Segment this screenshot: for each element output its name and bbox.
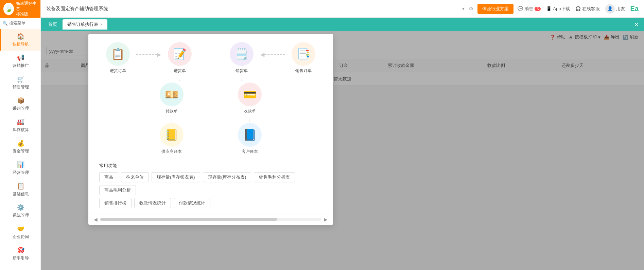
experience-btn[interactable]: 体验行业方案 [477, 4, 514, 14]
supplier-ledger-label: 供应商账本 [161, 149, 182, 155]
enterprise-icon: 🤝 [17, 225, 24, 233]
topbar-actions: 💬 消息 5 📱 App下载 🎧 在线客服 👤 用友 Ea [518, 4, 639, 14]
purchase-order-circle: 📋 [106, 42, 130, 66]
flow-node-customer-ledger[interactable]: 📘 客户账本 [233, 123, 266, 155]
arrow-down-receipt: ↓ [161, 76, 198, 83]
sidebar-item-basic[interactable]: 📋 基础信息 [0, 179, 40, 200]
common-functions-title: 常用功能 [99, 163, 322, 169]
sales-order-circle: 📑 [292, 42, 315, 66]
marketing-icon: 📢 [17, 54, 24, 61]
tab-bar-close-btn[interactable]: ✕ [631, 20, 641, 29]
search-menu[interactable]: 🔍 搜索菜单 [0, 18, 40, 29]
modal-overlay: 📋 进货订单 ▶ 📝 [41, 31, 644, 270]
payment-label: 付款单 [166, 108, 178, 114]
sidebar-logo: 🍃 畅康通好生意 标准版 [0, 0, 40, 18]
supplier-ledger-circle: 📒 [160, 123, 184, 147]
sidebar-item-sales[interactable]: 🛒 销售管理 [0, 72, 40, 93]
arrow-down-payment: ↓ [155, 117, 188, 123]
flow-node-receipt[interactable]: 💳 收款单 [233, 83, 266, 114]
user-action[interactable]: 👤 用友 [605, 4, 625, 14]
tab-close-icon[interactable]: × [100, 22, 103, 27]
online-service-action[interactable]: 🎧 在线客服 [575, 6, 600, 12]
basic-icon: 📋 [17, 182, 24, 190]
app-icon: 📱 [546, 6, 552, 11]
sales-order-label: 销售订单 [295, 68, 312, 74]
sidebar-item-system[interactable]: ⚙️ 系统管理 [0, 200, 40, 222]
app-download-action[interactable]: 📱 App下载 [546, 6, 570, 12]
sidebar-item-marketing[interactable]: 📢 营销推广 [0, 51, 40, 72]
settings-icon[interactable]: ⚙ [469, 5, 473, 12]
logo-text: 畅康通好生意 标准版 [16, 1, 37, 17]
sidebar-item-purchase[interactable]: 📦 采购管理 [0, 93, 40, 115]
sidebar-item-enterprise[interactable]: 🤝 企业协同 [0, 222, 40, 243]
function-btns-row2: 销售排行榜 收款情况统计 付款情况统计 [99, 198, 322, 208]
message-icon: 💬 [518, 6, 523, 11]
func-btn-sales-margin[interactable]: 销售毛利分析表 [254, 172, 295, 182]
scrollbar-thumb [100, 218, 277, 221]
inventory-icon: 🏭 [17, 118, 24, 126]
func-btn-product[interactable]: 商品 [99, 172, 118, 182]
system-icon: ⚙️ [17, 204, 24, 211]
func-btn-payment-stats[interactable]: 付款情况统计 [174, 198, 210, 208]
page-content: ❓ 帮助 🖨 按模板打印 ▾ 📤 导出 🔄 刷新 [41, 31, 644, 270]
receipt-circle: 💳 [238, 83, 262, 106]
sales-invoice-label: 销货单 [236, 68, 248, 74]
modal-scrollbar: ◀ ▶ [88, 214, 333, 225]
ea-text: Ea [630, 5, 639, 13]
tab-sales-order[interactable]: 销售订单执行表 × [63, 19, 107, 30]
receipt-label: 收款单 [244, 108, 256, 114]
flow-node-purchase-order[interactable]: 📋 进货订单 [99, 42, 136, 74]
func-btn-sales-ranking[interactable]: 销售排行榜 [99, 198, 132, 208]
dropdown-icon[interactable]: ▾ [462, 6, 465, 11]
flow-node-supplier-ledger[interactable]: 📒 供应商账本 [155, 123, 188, 155]
purchase-receipt-label: 进货单 [174, 68, 186, 74]
flow-node-sales-order[interactable]: 📑 销售订单 [285, 42, 322, 74]
business-icon: 📊 [17, 161, 24, 168]
flow-node-purchase-receipt[interactable]: 📝 进货单 [161, 42, 198, 74]
func-btn-receipt-stats[interactable]: 收款情况统计 [134, 198, 171, 208]
sidebar-item-finance[interactable]: 💰 资金管理 [0, 136, 40, 158]
function-btns-row1: 商品 往来单位 现存量(库存状况表) 现存量(库存分布表) 销售毛利分析表 商品… [99, 172, 322, 195]
tab-home[interactable]: 首页 [43, 19, 62, 30]
finance-icon: 💰 [17, 140, 24, 147]
flow-node-sales-invoice[interactable]: 🗒️ 销货单 [223, 42, 260, 74]
arrow-down-receipt2: ↓ [233, 117, 266, 123]
home-icon: 🏠 [17, 33, 24, 40]
sidebar-nav: 🏠 快捷导航 📢 营销推广 🛒 销售管理 📦 采购管理 🏭 库存核算 💰 [0, 29, 40, 270]
func-btn-unit[interactable]: 往来单位 [121, 172, 149, 182]
newbie-icon: 🎯 [17, 247, 24, 254]
payment-circle: 💴 [160, 83, 184, 106]
common-functions: 常用功能 商品 往来单位 现存量(库存状况表) 现存量(库存分布表) 销售毛利分… [99, 163, 322, 208]
search-icon: 🔍 [3, 21, 8, 26]
customer-ledger-circle: 📘 [238, 123, 262, 147]
flow-row-2: 💴 付款单 💳 收款单 [99, 83, 322, 114]
arrow-purchase-order-to-receipt: ▶ [136, 51, 161, 58]
scroll-right-btn[interactable]: ▶ [324, 217, 328, 222]
flow-node-payment[interactable]: 💴 付款单 [155, 83, 188, 114]
sidebar-item-business[interactable]: 📊 经营管理 [0, 158, 40, 179]
func-btn-product-margin[interactable]: 商品毛利分析 [99, 185, 136, 195]
sales-invoice-circle: 🗒️ [230, 42, 254, 66]
sales-icon: 🛒 [17, 75, 24, 83]
modal-content: 📋 进货订单 ▶ 📝 [88, 34, 333, 214]
func-btn-stock-dist[interactable]: 现存量(库存分布表) [203, 172, 251, 182]
arrow-sales-order-to-invoice: ◀ [260, 51, 285, 58]
quick-nav-modal: 📋 进货订单 ▶ 📝 [88, 34, 333, 225]
message-action[interactable]: 💬 消息 5 [518, 6, 541, 12]
sidebar-item-inventory[interactable]: 🏭 库存核算 [0, 115, 40, 136]
scroll-left-btn[interactable]: ◀ [94, 217, 98, 222]
arrow-down-invoice: ↓ [223, 76, 260, 83]
flow-row-1: 📋 进货订单 ▶ 📝 [99, 42, 322, 74]
func-btn-stock-status[interactable]: 现存量(库存状况表) [152, 172, 200, 182]
purchase-icon: 📦 [17, 97, 24, 104]
tab-bar: 首页 销售订单执行表 × ✕ [41, 18, 644, 31]
sidebar-item-quick-nav[interactable]: 🏠 快捷导航 [0, 29, 40, 51]
scrollbar-track[interactable] [100, 218, 321, 221]
main-area: 装备及固定资产辅助管理系统 ▾ ⚙ 体验行业方案 💬 消息 5 📱 App下载 … [41, 0, 644, 270]
sidebar-item-newbie[interactable]: 🎯 新手引导 [0, 243, 40, 265]
system-title: 装备及固定资产辅助管理系统 [46, 6, 458, 12]
flow-row-3: 📒 供应商账本 📘 客户账本 [99, 123, 322, 155]
topbar: 装备及固定资产辅助管理系统 ▾ ⚙ 体验行业方案 💬 消息 5 📱 App下载 … [41, 0, 644, 18]
arrows-down-row: ↓ ↓ [99, 76, 322, 83]
service-icon: 🎧 [575, 6, 581, 11]
